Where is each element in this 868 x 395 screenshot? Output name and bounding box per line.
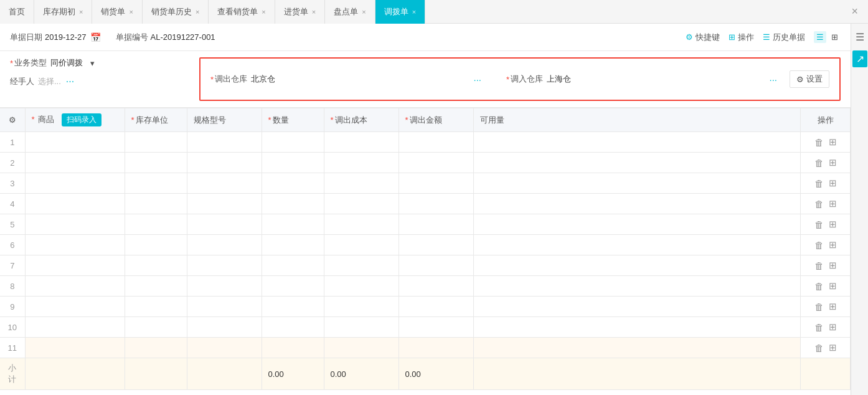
handler-select[interactable]: 选择... [38,76,61,87]
delete-icon[interactable]: 🗑 [814,178,824,189]
close-tab-inventory-init[interactable]: × [79,8,83,16]
amount-cell[interactable] [399,276,473,297]
unit-cell[interactable] [125,338,187,358]
available-cell[interactable] [473,338,801,358]
cost-cell[interactable] [324,194,399,214]
qty-cell[interactable] [262,132,324,153]
operation-btn[interactable]: ⊞ 操作 [729,32,754,43]
qty-cell[interactable] [262,317,324,338]
unit-cell[interactable] [125,194,187,214]
qty-cell[interactable] [262,173,324,194]
cost-cell[interactable] [324,153,399,173]
available-cell[interactable] [473,297,801,317]
product-cell[interactable] [25,338,125,358]
cost-cell[interactable] [324,235,399,255]
amount-cell[interactable] [399,317,473,338]
calendar-icon[interactable]: 📅 [90,32,101,42]
side-export-icon[interactable]: ↗ [852,50,867,67]
unit-cell[interactable] [125,153,187,173]
copy-icon[interactable]: ⊞ [829,178,837,189]
cost-cell[interactable] [324,132,399,153]
copy-icon[interactable]: ⊞ [829,342,837,353]
delete-icon[interactable]: 🗑 [814,199,824,209]
product-cell[interactable] [25,276,125,297]
unit-cell[interactable] [125,214,187,235]
view-list-btn[interactable]: ☰ [814,31,826,43]
spec-cell[interactable] [187,255,262,276]
copy-icon[interactable]: ⊞ [829,280,837,292]
delete-icon[interactable]: 🗑 [814,260,824,271]
delete-icon[interactable]: 🗑 [814,281,824,292]
qty-cell[interactable] [262,338,324,358]
transfer-in-more-btn[interactable]: ··· [764,74,782,85]
spec-cell[interactable] [187,214,262,235]
available-cell[interactable] [473,276,801,297]
tab-transfer-order[interactable]: 调拨单 × [375,0,425,24]
settings-button[interactable]: ⚙ 设置 [790,70,829,88]
amount-cell[interactable] [399,255,473,276]
unit-cell[interactable] [125,255,187,276]
tab-sales-history[interactable]: 销货单历史 × [143,0,209,24]
cost-cell[interactable] [324,276,399,297]
cost-cell[interactable] [324,338,399,358]
qty-cell[interactable] [262,194,324,214]
available-cell[interactable] [473,214,801,235]
cost-cell[interactable] [324,173,399,194]
tab-view-sales[interactable]: 查看销货单 × [209,0,275,24]
amount-cell[interactable] [399,214,473,235]
spec-cell[interactable] [187,338,262,358]
copy-icon[interactable]: ⊞ [829,136,837,148]
close-tab-transfer-order[interactable]: × [412,8,416,16]
delete-icon[interactable]: 🗑 [814,158,824,168]
amount-cell[interactable] [399,338,473,358]
amount-cell[interactable] [399,173,473,194]
close-tab-purchase-order[interactable]: × [312,8,316,16]
cost-cell[interactable] [324,317,399,338]
product-cell[interactable] [25,173,125,194]
copy-icon[interactable]: ⊞ [829,260,837,271]
close-window-btn[interactable]: × [851,5,868,18]
delete-icon[interactable]: 🗑 [814,219,824,230]
close-tab-sales-history[interactable]: × [196,8,199,16]
gear-icon[interactable]: ⚙ [9,115,16,125]
qty-cell[interactable] [262,276,324,297]
spec-cell[interactable] [187,317,262,338]
qty-cell[interactable] [262,235,324,255]
available-cell[interactable] [473,235,801,255]
available-cell[interactable] [473,255,801,276]
available-cell[interactable] [473,173,801,194]
copy-icon[interactable]: ⊞ [829,301,837,312]
delete-icon[interactable]: 🗑 [814,343,824,353]
copy-icon[interactable]: ⊞ [829,198,837,209]
product-cell[interactable] [25,194,125,214]
qty-cell[interactable] [262,214,324,235]
shortcut-btn[interactable]: ⚙ 快捷键 [686,32,720,43]
spec-cell[interactable] [187,235,262,255]
copy-icon[interactable]: ⊞ [829,219,837,230]
product-cell[interactable] [25,297,125,317]
history-btn[interactable]: ☰ 历史单据 [763,32,805,43]
spec-cell[interactable] [187,297,262,317]
copy-icon[interactable]: ⊞ [829,157,837,168]
available-cell[interactable] [473,153,801,173]
product-cell[interactable] [25,255,125,276]
product-cell[interactable] [25,214,125,235]
tab-sales-order[interactable]: 销货单 × [92,0,142,24]
amount-cell[interactable] [399,297,473,317]
delete-icon[interactable]: 🗑 [814,240,824,250]
qty-cell[interactable] [262,255,324,276]
spec-cell[interactable] [187,153,262,173]
spec-cell[interactable] [187,173,262,194]
available-cell[interactable] [473,194,801,214]
product-cell[interactable] [25,132,125,153]
transfer-out-more-btn[interactable]: ··· [468,74,486,85]
delete-icon[interactable]: 🗑 [814,302,824,312]
cost-cell[interactable] [324,297,399,317]
delete-icon[interactable]: 🗑 [814,137,824,148]
unit-cell[interactable] [125,317,187,338]
handler-more-btn[interactable]: ··· [66,76,74,87]
tab-purchase-order[interactable]: 进货单 × [275,0,325,24]
side-doc-icon[interactable]: ☰ [853,29,867,45]
available-cell[interactable] [473,132,801,153]
delete-icon[interactable]: 🗑 [814,322,824,333]
